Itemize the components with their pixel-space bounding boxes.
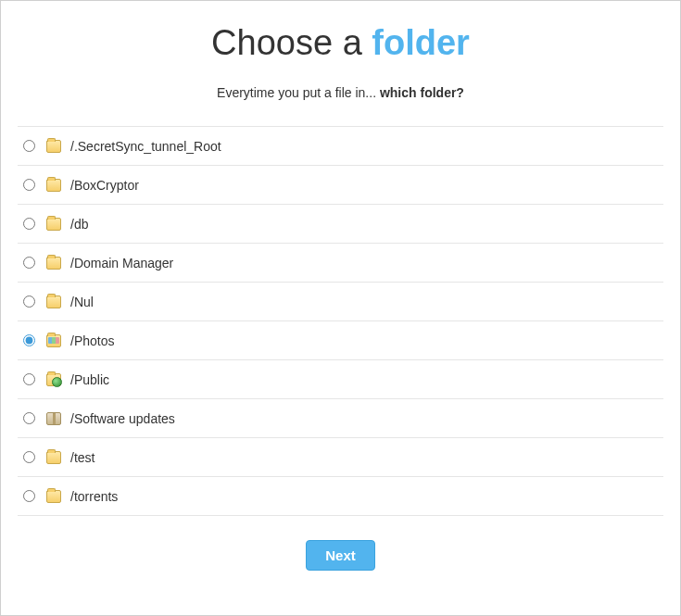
folder-radio[interactable] — [23, 490, 35, 502]
folder-label: /db — [70, 217, 660, 232]
folder-radio[interactable] — [23, 451, 35, 463]
folder-icon — [46, 257, 61, 270]
folder-row[interactable]: /Nul — [18, 283, 663, 321]
public-icon — [46, 373, 61, 386]
folder-label: /Domain Manager — [70, 256, 660, 270]
folder-label: /Public — [70, 372, 660, 387]
page-subtitle: Everytime you put a file in... which fol… — [18, 85, 663, 100]
folder-label: /test — [70, 450, 660, 465]
folder-radio[interactable] — [23, 179, 35, 191]
page-title: Choose a folder — [18, 23, 663, 63]
folder-label: /.SecretSync_tunnel_Root — [70, 139, 660, 154]
folder-row[interactable]: /db — [18, 205, 663, 244]
folder-icon — [46, 140, 61, 153]
folder-radio[interactable] — [23, 218, 35, 230]
folder-label: /torrents — [70, 489, 660, 504]
folder-icon — [46, 451, 61, 464]
folder-row[interactable]: /test — [18, 438, 663, 477]
subtitle-lead: Everytime you put a file in... — [217, 85, 380, 100]
folder-icon — [46, 295, 61, 308]
next-button[interactable]: Next — [306, 540, 375, 571]
folder-row[interactable]: /Public — [18, 360, 663, 399]
folder-row[interactable]: /Photos — [18, 321, 663, 360]
title-prefix: Choose a — [211, 23, 372, 62]
folder-icon — [46, 218, 61, 231]
folder-label: /Software updates — [70, 411, 660, 426]
folder-radio[interactable] — [23, 295, 35, 308]
folder-row[interactable]: /torrents — [18, 477, 663, 516]
footer: Next — [18, 516, 663, 595]
photos-icon — [46, 334, 61, 347]
software-icon — [46, 412, 61, 425]
folder-icon — [46, 179, 61, 192]
folder-label: /Nul — [70, 295, 660, 309]
folder-radio[interactable] — [23, 373, 35, 385]
folder-radio[interactable] — [23, 334, 35, 346]
subtitle-strong: which folder? — [380, 85, 464, 100]
folder-row[interactable]: /Software updates — [18, 399, 663, 438]
folder-radio[interactable] — [23, 412, 35, 424]
folder-list: /.SecretSync_tunnel_Root/BoxCryptor/db/D… — [18, 126, 663, 516]
folder-radio[interactable] — [23, 140, 35, 152]
folder-label: /BoxCryptor — [70, 178, 660, 193]
folder-row[interactable]: /BoxCryptor — [18, 166, 663, 205]
folder-row[interactable]: /.SecretSync_tunnel_Root — [18, 127, 663, 166]
title-accent: folder — [372, 23, 470, 62]
folder-row[interactable]: /Domain Manager — [18, 244, 663, 283]
folder-icon — [46, 490, 61, 503]
folder-label: /Photos — [70, 333, 660, 348]
dialog-choose-folder: Choose a folder Everytime you put a file… — [0, 0, 681, 616]
folder-radio[interactable] — [23, 257, 35, 269]
